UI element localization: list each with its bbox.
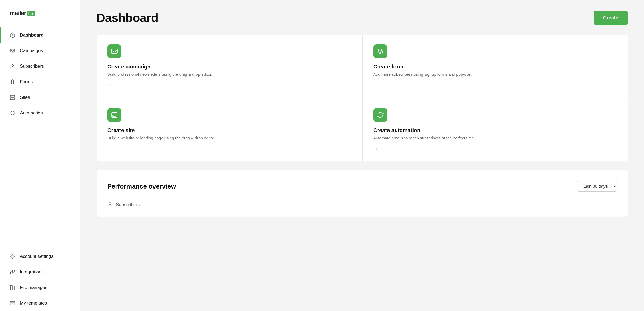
svg-rect-11: [11, 302, 14, 305]
archive-icon: [10, 300, 16, 306]
logo-text: mailer: [10, 10, 26, 17]
card-title: Create automation: [373, 127, 617, 133]
sidebar-item-label: Subscribers: [20, 64, 44, 69]
sidebar-item-file-manager[interactable]: File manager: [0, 280, 80, 295]
sidebar-item-label: Automation: [20, 110, 43, 116]
sidebar-item-label: Account settings: [20, 254, 53, 259]
performance-subscribers-row: Subscribers: [107, 199, 617, 208]
envelope-icon: [10, 48, 16, 54]
create-form-card[interactable]: Create form Add more subscribers using s…: [363, 35, 628, 98]
automation-icon: [373, 108, 387, 122]
logo-badge: lite: [27, 11, 35, 16]
period-select[interactable]: Last 30 days Last 7 days Last 90 days: [577, 181, 617, 192]
card-title: Create site: [107, 127, 351, 133]
sidebar-item-subscribers[interactable]: Subscribers: [0, 59, 80, 74]
refresh-icon: [10, 110, 16, 116]
main-content: Dashboard Create Create campaign Build p…: [80, 0, 644, 311]
performance-header: Performance overview Last 30 days Last 7…: [107, 181, 617, 192]
card-description: Automate emails to reach subscribers at …: [373, 136, 617, 140]
performance-section: Performance overview Last 30 days Last 7…: [97, 170, 628, 217]
card-description: Build a website or landing page using th…: [107, 136, 351, 140]
page-title: Dashboard: [97, 11, 158, 25]
logo: mailerlite: [0, 0, 80, 27]
folder-icon: [10, 285, 16, 291]
sidebar-item-integrations[interactable]: Integrations: [0, 264, 80, 280]
card-description: Add more subscribers using signup forms …: [373, 72, 617, 77]
card-description: Build professional newsletters using the…: [107, 72, 351, 77]
sidebar-item-account-settings[interactable]: Account settings: [0, 249, 80, 264]
card-arrow: →: [373, 82, 617, 88]
subscriber-icon: [107, 201, 113, 208]
site-icon: [107, 108, 121, 122]
form-icon: [373, 44, 387, 58]
card-arrow: →: [373, 146, 617, 152]
sidebar-item-sites[interactable]: Sites: [0, 90, 80, 105]
sidebar-item-label: Campaigns: [20, 48, 43, 53]
sidebar-item-label: File manager: [20, 285, 46, 290]
performance-title: Performance overview: [107, 183, 176, 190]
sidebar-item-automation[interactable]: Automation: [0, 105, 80, 121]
create-site-card[interactable]: Create site Build a website or landing p…: [97, 98, 362, 161]
svg-point-2: [12, 65, 14, 67]
page-header: Dashboard Create: [97, 11, 628, 25]
svg-rect-14: [113, 115, 116, 117]
sidebar-item-label: Integrations: [20, 269, 44, 275]
svg-point-15: [109, 202, 111, 204]
svg-rect-9: [10, 286, 15, 290]
card-arrow: →: [107, 146, 351, 152]
link-icon: [10, 269, 16, 275]
layers-icon: [10, 79, 16, 85]
gear-icon: [10, 254, 16, 259]
create-automation-card[interactable]: Create automation Automate emails to rea…: [363, 98, 628, 161]
sidebar-item-label: My templates: [20, 301, 47, 306]
sidebar-item-my-templates[interactable]: My templates: [0, 295, 80, 311]
sidebar: mailerlite Dashboard Campaigns: [0, 0, 80, 311]
card-arrow: →: [107, 82, 351, 88]
svg-point-7: [12, 256, 13, 257]
sidebar-item-campaigns[interactable]: Campaigns: [0, 43, 80, 59]
svg-rect-12: [111, 49, 117, 53]
sidebar-item-label: Forms: [20, 79, 33, 85]
sidebar-item-forms[interactable]: Forms: [0, 74, 80, 90]
create-campaign-card[interactable]: Create campaign Build professional newsl…: [97, 35, 362, 98]
campaign-icon: [107, 44, 121, 58]
sidebar-item-dashboard[interactable]: Dashboard: [0, 27, 80, 43]
svg-rect-1: [10, 49, 15, 52]
sidebar-item-label: Dashboard: [20, 32, 44, 38]
create-button[interactable]: Create: [594, 11, 628, 25]
card-title: Create form: [373, 64, 617, 70]
sidebar-item-label: Sites: [20, 95, 30, 100]
quick-actions-grid: Create campaign Build professional newsl…: [97, 35, 628, 161]
person-icon: [10, 63, 16, 69]
clock-icon: [10, 32, 16, 38]
subscribers-label: Subscribers: [116, 202, 140, 208]
card-title: Create campaign: [107, 64, 351, 70]
cabinet-icon: [10, 95, 16, 100]
sidebar-nav: Dashboard Campaigns Subscribers: [0, 27, 80, 311]
